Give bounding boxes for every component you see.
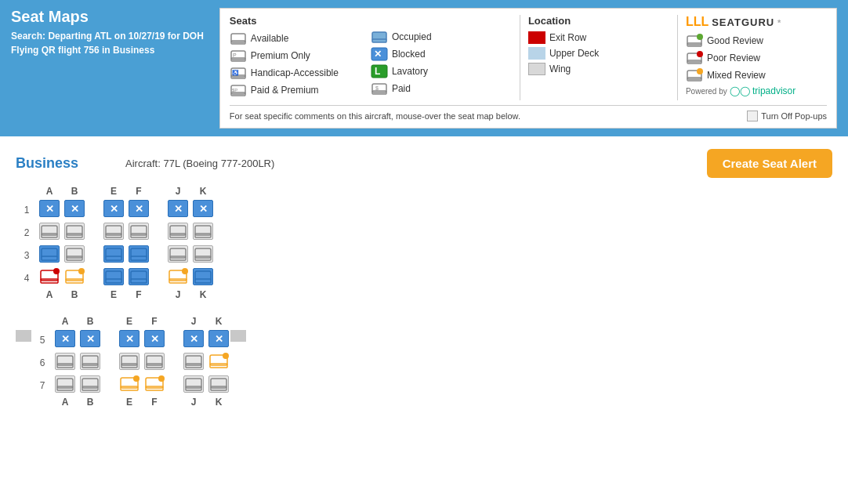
popup-toggle[interactable]: Turn Off Pop-ups [747,111,827,121]
seat-1e[interactable]: ✕ [102,198,125,219]
seat-blocked-icon[interactable]: ✕ [55,330,75,347]
seat-7f[interactable] [143,374,166,394]
seat-mixed-review[interactable] [64,268,85,285]
section-2-wrapper: A B E F J K 5 [16,316,832,408]
seat-7e[interactable] [118,374,141,394]
legend-reviews: LLL SeatGuru * Good Review [686,15,827,100]
seat-3j[interactable] [166,244,190,264]
col-headers-1: A B E F J K [38,186,832,197]
seat-5j[interactable]: ✕ [182,328,205,349]
seat-blocked-icon[interactable]: ✕ [119,330,140,347]
seat-available-icon[interactable] [103,223,124,240]
seat-1k[interactable]: ✕ [191,198,215,219]
seat-5e[interactable]: ✕ [118,328,141,349]
seat-available-icon[interactable] [39,223,60,240]
seat-2a[interactable] [38,221,61,241]
seat-available-icon[interactable] [55,353,75,370]
seat-7a[interactable] [53,374,77,394]
seat-3e[interactable] [102,244,125,264]
seat-4k[interactable] [191,267,215,287]
seat-available-icon[interactable] [144,353,165,370]
seat-5b[interactable]: ✕ [78,328,102,349]
seat-6k[interactable] [207,351,230,372]
seat-blue-icon[interactable] [103,268,124,285]
gray-panel-left [16,330,31,342]
seat-available-icon[interactable] [193,223,213,240]
seat-available-icon[interactable] [80,353,100,370]
seat-2j[interactable] [166,221,190,241]
seat-available-icon[interactable] [64,245,85,263]
seat-blocked-icon[interactable]: ✕ [103,200,124,217]
svg-point-65 [182,268,188,274]
seat-poor-review[interactable] [39,268,60,285]
seat-mixed-review[interactable] [119,375,140,393]
seat-blocked-icon[interactable]: ✕ [80,330,100,347]
lavatory-label: Lavatory [392,66,428,77]
seat-4a[interactable] [38,267,61,287]
seat-available-icon[interactable] [129,223,149,240]
seat-available-icon[interactable] [80,375,100,393]
seat-blocked-icon[interactable]: ✕ [64,200,85,217]
seat-available-icon[interactable] [64,223,85,240]
seat-5k[interactable]: ✕ [207,328,230,349]
seat-available-icon[interactable] [208,375,229,393]
popup-checkbox[interactable] [747,111,758,121]
col-e-label: E [102,186,125,197]
seat-6j[interactable] [182,351,205,372]
seat-1f[interactable]: ✕ [127,198,150,219]
seat-3a[interactable] [38,244,61,264]
seat-6a[interactable] [53,351,77,372]
seat-3b[interactable] [63,244,86,264]
seat-5f[interactable]: ✕ [143,328,166,349]
seat-blocked-icon[interactable]: ✕ [193,200,213,217]
seat-mixed-review[interactable] [144,375,165,393]
seat-4e[interactable] [102,267,125,287]
seat-available-icon[interactable] [55,375,75,393]
seat-blue-icon[interactable] [129,245,149,263]
seat-4b[interactable] [63,267,86,287]
seat-blue-icon[interactable] [39,245,60,263]
seat-blue-icon[interactable] [103,245,124,263]
seat-blocked-icon[interactable]: ✕ [144,330,165,347]
seat-3f[interactable] [127,244,150,264]
seat-mixed-review[interactable] [168,268,188,285]
seat-available-icon[interactable] [183,353,204,370]
seat-6e[interactable] [118,351,141,372]
seat-available-icon[interactable] [193,245,213,263]
col-f-label-bot: F [127,289,150,300]
seat-available-icon[interactable] [119,353,140,370]
seat-6f[interactable] [143,351,166,372]
seat-blue-icon[interactable] [129,268,149,285]
seat-2e[interactable] [102,221,125,241]
mixed-review-label: Mixed Review [707,70,766,81]
seat-blocked-icon[interactable]: ✕ [208,330,229,347]
seat-2k[interactable] [191,221,215,241]
seat-blocked-icon[interactable]: ✕ [168,200,188,217]
seat-4f[interactable] [127,267,150,287]
seat-3k[interactable] [191,244,215,264]
seat-6b[interactable] [78,351,102,372]
occupied-seat-icon [371,30,388,44]
row-number: 4 [16,270,38,284]
seat-1a[interactable]: ✕ [38,198,61,219]
col-k-label-bot: K [191,289,215,300]
seat-5a[interactable]: ✕ [53,328,77,349]
seat-available-icon[interactable] [183,375,204,393]
seat-7j[interactable] [182,374,205,394]
seat-blocked-icon[interactable]: ✕ [183,330,204,347]
seat-available-icon[interactable] [168,245,188,263]
seat-available-icon[interactable] [168,223,188,240]
create-alert-button[interactable]: Create Seat Alert [707,149,832,178]
seat-1b[interactable]: ✕ [63,198,86,219]
seat-4j[interactable] [166,267,190,287]
seat-blocked-icon[interactable]: ✕ [129,200,149,217]
seat-blocked-icon[interactable]: ✕ [39,200,60,217]
seat-mixed-review[interactable] [208,353,229,370]
seat-2f[interactable] [127,221,150,241]
seat-2b[interactable] [63,221,86,241]
svg-point-22 [697,34,703,40]
seat-blue-icon[interactable] [193,268,213,285]
seat-7k[interactable] [207,374,230,394]
seat-7b[interactable] [78,374,102,394]
seat-1j[interactable]: ✕ [166,198,190,219]
